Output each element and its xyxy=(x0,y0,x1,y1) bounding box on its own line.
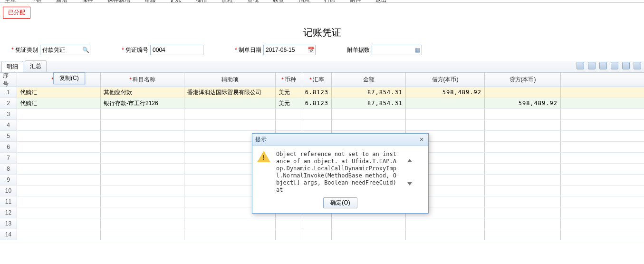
cell-seq: 4 xyxy=(0,120,17,130)
attach-count-input[interactable] xyxy=(372,45,413,55)
scroll-down-icon[interactable] xyxy=(407,182,412,186)
col-amount: 金额 xyxy=(332,73,406,87)
cell-amount[interactable]: 87,854.31 xyxy=(332,98,406,108)
cell-subject[interactable]: 银行存款-市工行2126 xyxy=(101,98,184,108)
cell-debit[interactable] xyxy=(406,98,485,108)
voucher-no-label: 凭证编号 xyxy=(122,46,148,54)
cell-seq: 11 xyxy=(0,196,17,207)
cell-seq: 13 xyxy=(0,218,17,229)
menu-item[interactable]: 打印 xyxy=(324,0,336,1)
close-icon[interactable]: × xyxy=(418,136,425,144)
toolbar-icon-3[interactable] xyxy=(599,62,607,69)
cell-seq: 6 xyxy=(0,142,17,152)
menu-item[interactable]: 审核 xyxy=(144,0,156,1)
menu-item[interactable]: 操作 xyxy=(196,0,207,1)
col-seq: 序号 xyxy=(0,73,17,87)
menu-item[interactable]: 附件 xyxy=(350,0,361,1)
cell-credit[interactable] xyxy=(485,87,561,98)
voucher-type-input[interactable] xyxy=(40,45,81,55)
tab-summary[interactable]: 汇总 xyxy=(25,60,47,72)
menu-item[interactable]: 联查 xyxy=(273,0,284,1)
menu-item[interactable]: 消息 xyxy=(298,0,310,1)
cell-seq: 8 xyxy=(0,164,17,174)
tabs-bar: 明细 汇总 xyxy=(0,61,644,72)
table-row[interactable]: 14 xyxy=(0,229,644,240)
cell-seq: 10 xyxy=(0,186,17,196)
col-rate: *汇率 xyxy=(302,73,332,87)
cell-seq: 5 xyxy=(0,131,17,141)
cell-seq: 1 xyxy=(0,87,17,98)
cell-rate[interactable]: 6.8123 xyxy=(302,87,332,98)
menu-item[interactable]: 流程 xyxy=(221,0,233,1)
table-row[interactable]: 3 xyxy=(0,109,644,120)
page-title: 记账凭证 xyxy=(0,26,644,39)
cell-aux[interactable]: 香港泽润达国际贸易有限公司 xyxy=(184,87,276,98)
cell-amount[interactable]: 87,854.31 xyxy=(332,87,406,98)
calendar-icon[interactable]: 📅 xyxy=(307,45,315,55)
voucher-type-label: 凭证类别 xyxy=(11,46,38,54)
table-row[interactable]: 2代购汇银行存款-市工行2126美元6.812387,854.31598,489… xyxy=(0,98,644,109)
toolbar-icon-5[interactable] xyxy=(622,62,630,69)
cell-aux[interactable] xyxy=(184,98,276,108)
warning-icon xyxy=(257,151,270,164)
ok-button[interactable]: 确定(O) xyxy=(323,197,357,208)
col-aux: 辅助项 xyxy=(184,73,276,87)
status-badge: 已分配 xyxy=(3,7,30,19)
menu-item[interactable]: 生单 xyxy=(5,0,16,1)
cell-seq: 2 xyxy=(0,98,17,108)
toolbar-icon-4[interactable] xyxy=(611,62,618,69)
table-row[interactable]: 4 xyxy=(0,120,644,131)
cell-rate[interactable]: 6.8123 xyxy=(302,98,332,108)
cell-subject[interactable]: 其他应付款 xyxy=(101,87,184,98)
voucher-form: 凭证类别 🔍 凭证编号 制单日期 📅 附单据数 ▦ xyxy=(0,43,644,58)
search-icon[interactable]: 🔍 xyxy=(81,45,90,55)
dialog-title: 提示 xyxy=(255,136,267,144)
cell-credit[interactable]: 598,489.92 xyxy=(485,98,561,108)
menu-item[interactable]: 新增 xyxy=(56,0,67,1)
calc-icon[interactable]: ▦ xyxy=(413,45,422,55)
toolbar-icon-2[interactable] xyxy=(588,62,596,69)
col-currency: *币种 xyxy=(276,73,302,87)
menu-item[interactable]: 下推 xyxy=(30,0,42,1)
toolbar-icon-1[interactable] xyxy=(577,62,584,69)
table-row[interactable]: 1代购汇其他应付款香港泽润达国际贸易有限公司美元6.812387,854.315… xyxy=(0,87,644,98)
error-dialog: 提示 × Object reference not set to an inst… xyxy=(252,133,429,214)
voucher-no-input[interactable] xyxy=(151,45,203,55)
cell-seq: 3 xyxy=(0,109,17,119)
grid-header: 序号 *摘要 *科目名称 辅助项 *币种 *汇率 金额 借方(本币) 贷方(本币… xyxy=(0,73,644,87)
cell-seq: 7 xyxy=(0,153,17,163)
cell-seq: 14 xyxy=(0,229,17,240)
menu-item[interactable]: 保存新增 xyxy=(107,0,130,1)
tab-detail[interactable]: 明细 xyxy=(1,61,23,72)
cell-summary[interactable]: 代购汇 xyxy=(17,87,101,98)
cell-currency[interactable]: 美元 xyxy=(276,98,302,108)
context-menu-copy[interactable]: 复制(C) xyxy=(53,72,85,84)
cell-summary[interactable]: 代购汇 xyxy=(17,98,101,108)
scroll-up-icon[interactable] xyxy=(407,159,412,162)
menu-item[interactable]: 记账 xyxy=(170,0,182,1)
menu-item[interactable]: 退出 xyxy=(375,0,387,1)
cell-seq: 9 xyxy=(0,175,17,185)
toolbar-icon-6[interactable] xyxy=(634,62,641,69)
col-debit: 借方(本币) xyxy=(406,73,485,87)
cell-seq: 12 xyxy=(0,207,17,218)
col-credit: 贷方(本币) xyxy=(485,73,561,87)
cell-currency[interactable]: 美元 xyxy=(276,87,302,98)
menu-item[interactable]: 查找 xyxy=(247,0,259,1)
voucher-date-label: 制单日期 xyxy=(235,46,261,54)
table-row[interactable]: 13 xyxy=(0,218,644,229)
cell-debit[interactable]: 598,489.92 xyxy=(406,87,485,98)
menu-item[interactable]: 保存 xyxy=(82,0,93,1)
voucher-date-input[interactable] xyxy=(264,45,307,55)
col-subject: *科目名称 xyxy=(101,73,184,87)
dialog-message: Object reference not set to an instance … xyxy=(276,151,400,194)
attach-count-label: 附单据数 xyxy=(347,46,370,54)
